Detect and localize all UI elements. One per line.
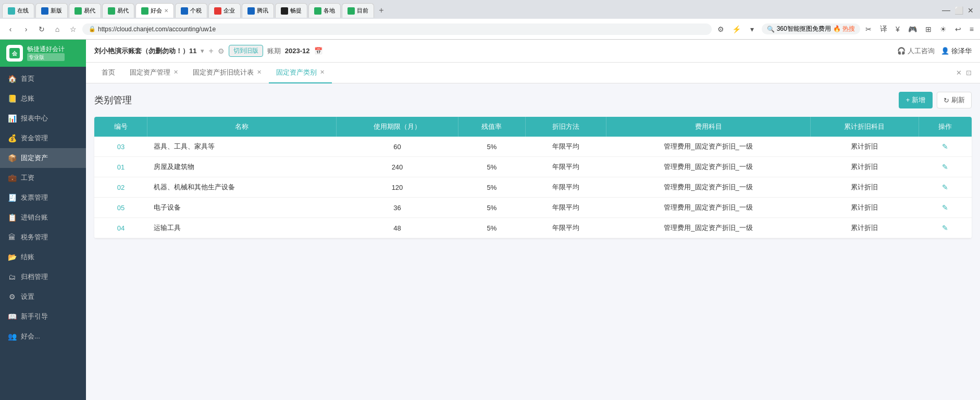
sidebar-item-label: 税务管理 — [21, 233, 48, 242]
new-tab-button[interactable]: + — [375, 4, 388, 17]
forward-button[interactable]: › — [20, 23, 32, 35]
browser-tab-4[interactable]: 好会 ✕ — [135, 3, 174, 18]
cell-action-0: ✎ — [919, 137, 972, 157]
sidebar-item-tax[interactable]: 🏛 税务管理 — [0, 227, 86, 247]
tab-asset-management[interactable]: 固定资产管理 ✕ — [122, 63, 185, 83]
sun-icon[interactable]: ☀ — [938, 24, 949, 34]
back-button[interactable]: ‹ — [4, 23, 17, 35]
site-settings-button[interactable]: ⚙ — [715, 23, 727, 35]
refresh-table-button[interactable]: ↻ 刷新 — [937, 92, 972, 108]
cell-code-4[interactable]: 04 — [94, 218, 147, 238]
cell-code-3[interactable]: 05 — [94, 198, 147, 218]
browser-tab-2[interactable]: 易代 — [69, 3, 101, 18]
cell-residual-1: 5% — [458, 157, 525, 177]
add-category-button[interactable]: + 新增 — [899, 92, 933, 108]
translate-icon[interactable]: 译 — [878, 23, 889, 35]
cell-code-2[interactable]: 02 — [94, 177, 147, 198]
refresh-button-browser[interactable]: ↻ — [35, 23, 48, 35]
cell-code-0[interactable]: 03 — [94, 137, 147, 157]
header-settings-icon[interactable]: ⚙ — [218, 47, 225, 55]
calendar-icon[interactable]: 📅 — [314, 47, 322, 55]
cell-residual-2: 5% — [458, 177, 525, 198]
header-add-icon[interactable]: + — [208, 46, 213, 56]
cell-depreciation-1: 累计折旧 — [811, 157, 919, 177]
col-header-expense: 费用科目 — [606, 117, 811, 137]
sidebar-item-label: 发票管理 — [21, 193, 48, 202]
sidebar-item-fixed-assets[interactable]: 📦 固定资产 — [0, 148, 86, 168]
edit-button-1[interactable]: ✎ — [942, 163, 948, 171]
browser-tab-10[interactable]: 目前 — [342, 3, 374, 18]
sidebar-logo[interactable]: 会 畅捷通好会计 专业版 — [0, 40, 86, 67]
browser-tab-6[interactable]: 企业 — [208, 3, 241, 18]
bookmark-button[interactable]: ☆ — [67, 23, 79, 35]
sidebar-item-settings[interactable]: ⚙ 设置 — [0, 287, 86, 307]
sidebar-item-purchase-sales[interactable]: 📋 进销台账 — [0, 208, 86, 227]
grid-icon[interactable]: ⊞ — [923, 24, 934, 34]
archive-icon: 🗂 — [7, 273, 17, 281]
lightning-button[interactable]: ⚡ — [730, 23, 743, 35]
tab-close-2[interactable]: ✕ — [257, 69, 262, 76]
edit-button-3[interactable]: ✎ — [942, 203, 948, 212]
browser-tab-3[interactable]: 易代 — [102, 3, 134, 18]
scissors-icon[interactable]: ✂ — [863, 24, 874, 34]
cell-code-1[interactable]: 01 — [94, 157, 147, 177]
edit-button-4[interactable]: ✎ — [942, 224, 948, 232]
cell-method-1: 年限平均 — [525, 157, 606, 177]
tab-close-all-icon[interactable]: ✕ — [956, 69, 962, 77]
tab-close-3[interactable]: ✕ — [320, 69, 325, 76]
edit-button-2[interactable]: ✎ — [942, 183, 948, 191]
period-value: 2023-12 — [285, 47, 310, 55]
sidebar-item-reports[interactable]: 📊 报表中心 — [0, 108, 86, 128]
browser-tab-9[interactable]: 各地 — [308, 3, 341, 18]
sidebar-item-guide[interactable]: 📖 新手引导 — [0, 307, 86, 326]
sidebar-item-archive[interactable]: 🗂 归档管理 — [0, 267, 86, 287]
header-dropdown-icon[interactable]: ▾ — [201, 47, 204, 55]
sidebar-item-home[interactable]: 🏠 首页 — [0, 69, 86, 89]
sidebar-item-community[interactable]: 👥 好会... — [0, 326, 86, 346]
tab-home[interactable]: 首页 — [94, 63, 122, 83]
cell-action-1: ✎ — [919, 157, 972, 177]
wallet-icon[interactable]: ¥ — [894, 24, 902, 34]
purchase-icon: 📋 — [7, 213, 17, 222]
cell-method-0: 年限平均 — [525, 137, 606, 157]
sidebar-item-label: 设置 — [21, 292, 34, 301]
sidebar-item-invoice[interactable]: 🧾 发票管理 — [0, 188, 86, 208]
cell-residual-4: 5% — [458, 218, 525, 238]
home-button[interactable]: ⌂ — [51, 23, 64, 35]
browser-tab-0[interactable]: 在线 — [2, 3, 34, 18]
maximize-button[interactable]: ⬜ — [954, 6, 963, 15]
browser-tab-1[interactable]: 新版 — [35, 3, 68, 18]
refresh-icon: ↻ — [944, 96, 949, 104]
dropdown-button[interactable]: ▾ — [746, 23, 759, 35]
sidebar-item-settle[interactable]: 📂 结账 — [0, 247, 86, 267]
cell-period-4: 48 — [337, 218, 458, 238]
sidebar-item-funds[interactable]: 💰 资金管理 — [0, 128, 86, 148]
tab-close-1[interactable]: ✕ — [173, 69, 178, 76]
minimize-button[interactable]: — — [942, 6, 950, 15]
games-icon[interactable]: 🎮 — [906, 24, 919, 34]
browser-tab-8[interactable]: 畅提 — [275, 3, 307, 18]
tab-asset-category[interactable]: 固定资产类别 ✕ — [269, 63, 332, 83]
tab-depreciation-report[interactable]: 固定资产折旧统计表 ✕ — [185, 63, 269, 83]
content-tabs: 首页 固定资产管理 ✕ 固定资产折旧统计表 ✕ 固定资产类别 ✕ ✕ ⊡ — [86, 63, 980, 83]
page-title-bar: 类别管理 + 新增 ↻ 刷新 — [94, 92, 972, 108]
page-title: 类别管理 — [94, 94, 132, 106]
edit-button-0[interactable]: ✎ — [942, 142, 948, 151]
undo-icon[interactable]: ↩ — [953, 24, 963, 34]
menu-icon[interactable]: ≡ — [967, 24, 976, 34]
cell-name-2: 机器、机械和其他生产设备 — [147, 177, 337, 198]
switch-old-version-button[interactable]: 切到旧版 — [229, 45, 263, 57]
browser-tab-5[interactable]: 个税 — [175, 3, 207, 18]
url-bar[interactable]: 🔒 https://cloud.chanjet.com/accounting/u… — [82, 23, 712, 35]
sidebar-item-salary[interactable]: 💼 工资 — [0, 168, 86, 188]
close-button[interactable]: ✕ — [967, 6, 974, 15]
user-profile-button[interactable]: 👤 徐泽华 — [941, 46, 972, 56]
tab-expand-icon[interactable]: ⊡ — [966, 69, 972, 77]
consult-button[interactable]: 🎧 人工咨询 — [897, 46, 935, 56]
sidebar-item-general-ledger[interactable]: 📒 总账 — [0, 89, 86, 108]
page-area: 类别管理 + 新增 ↻ 刷新 编号 名称 使用期限（月） 残值率 — [86, 83, 980, 400]
browser-tab-close-4[interactable]: ✕ — [164, 8, 168, 14]
browser-tab-7[interactable]: 腾讯 — [242, 3, 274, 18]
browser-search-box[interactable]: 🔍 360智能抠图免费用 🔥 热搜 — [762, 23, 860, 34]
header-period-label: 账期 — [267, 46, 281, 56]
